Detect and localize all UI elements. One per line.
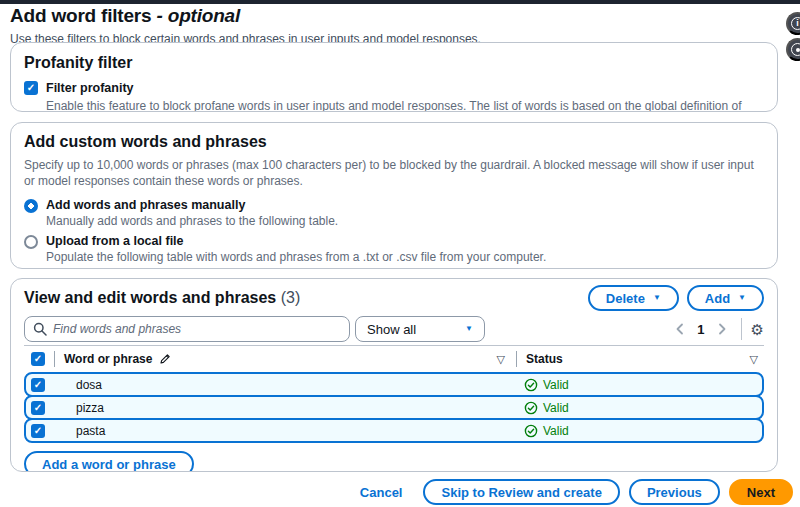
table-row-count: (3) <box>281 289 301 306</box>
option-add-manually[interactable]: Add words and phrases manually Manually … <box>24 198 764 228</box>
panel-toggle-icon <box>791 43 800 56</box>
table-card-title: View and edit words and phrases (3) <box>24 289 300 307</box>
page-title: Add word filters - optional <box>10 5 770 27</box>
pager-divider <box>741 318 742 340</box>
table-row[interactable]: ✓ pasta Valid <box>24 418 764 443</box>
wizard-actions: Cancel Skip to Review and create Previou… <box>360 479 793 505</box>
valid-check-circle-icon <box>524 424 538 438</box>
edit-pencil-icon <box>159 353 171 365</box>
option-upload-local[interactable]: Upload from a local file Populate the fo… <box>24 234 764 264</box>
caret-down-icon: ▼ <box>465 325 473 333</box>
table-header-row: ✓ Word or phrase ▽ Status ▽ <box>24 345 764 372</box>
status-column-filter-icon[interactable]: ▽ <box>750 354 758 365</box>
add-word-or-phrase-button[interactable]: Add a word or phrase <box>24 451 194 472</box>
delete-button[interactable]: Delete▼ <box>588 285 679 311</box>
next-page-button[interactable] <box>712 322 732 336</box>
column-divider <box>54 351 55 367</box>
current-page-number[interactable]: 1 <box>697 322 704 337</box>
word-column-header[interactable]: Word or phrase <box>64 352 152 366</box>
custom-words-card: Add custom words and phrases Specify up … <box>10 122 778 269</box>
row-status-label: Valid <box>543 424 569 438</box>
search-icon <box>33 322 47 336</box>
browser-top-strip <box>0 0 800 4</box>
page-header: Add word filters - optional Use these fi… <box>10 5 770 46</box>
table-row[interactable]: ✓ pizza Valid <box>24 395 764 420</box>
next-button[interactable]: Next <box>729 479 793 505</box>
add-button[interactable]: Add▼ <box>687 285 764 311</box>
row-status-label: Valid <box>543 401 569 415</box>
info-icon: i <box>791 17 800 30</box>
row-word: pasta <box>45 424 524 438</box>
chevron-right-icon <box>716 322 728 336</box>
search-input[interactable] <box>24 316 350 342</box>
profanity-filter-card: Profanity filter ✓ Filter profanity Enab… <box>10 42 778 112</box>
skip-to-review-button[interactable]: Skip to Review and create <box>423 479 619 505</box>
side-panel-button[interactable] <box>786 38 800 61</box>
radio-upload-local[interactable] <box>24 235 38 249</box>
row-status-label: Valid <box>543 378 569 392</box>
table-card-title-text: View and edit words and phrases <box>24 289 276 306</box>
add-word-or-phrase-label: Add a word or phrase <box>42 457 176 472</box>
filter-profanity-label[interactable]: Filter profanity <box>46 81 764 96</box>
column-divider <box>516 351 517 367</box>
status-filter-select[interactable]: Show all ▼ <box>355 316 485 342</box>
valid-check-circle-icon <box>524 401 538 415</box>
table-row[interactable]: ✓ dosa Valid <box>24 372 764 397</box>
custom-words-description: Specify up to 10,000 words or phrases (m… <box>24 157 764 189</box>
previous-button[interactable]: Previous <box>629 479 720 505</box>
row-checkbox[interactable]: ✓ <box>31 378 45 392</box>
row-word: dosa <box>45 378 524 392</box>
info-panel-button[interactable]: i <box>786 12 800 35</box>
caret-down-icon: ▼ <box>738 294 746 302</box>
filter-profanity-description: Enable this feature to block profane wor… <box>46 99 764 112</box>
radio-add-manually[interactable] <box>24 199 38 213</box>
cancel-button[interactable]: Cancel <box>360 485 403 500</box>
custom-words-title: Add custom words and phrases <box>24 133 764 151</box>
page-title-main: Add word filters <box>10 5 151 26</box>
status-filter-value: Show all <box>367 322 416 337</box>
row-checkbox[interactable]: ✓ <box>31 424 45 438</box>
filter-profanity-checkbox[interactable]: ✓ <box>24 81 38 95</box>
status-column-header[interactable]: Status <box>526 352 563 366</box>
chevron-left-icon <box>674 322 686 336</box>
option-upload-local-label[interactable]: Upload from a local file <box>46 234 546 249</box>
option-add-manually-label[interactable]: Add words and phrases manually <box>46 198 338 213</box>
add-button-label: Add <box>705 291 730 306</box>
row-word: pizza <box>45 401 524 415</box>
caret-down-icon: ▼ <box>653 294 661 302</box>
page-title-optional: - optional <box>157 5 240 26</box>
profanity-card-title: Profanity filter <box>24 54 764 72</box>
select-all-checkbox[interactable]: ✓ <box>31 352 45 366</box>
table-settings-gear-icon[interactable]: ⚙ <box>751 322 764 337</box>
option-add-manually-description: Manually add words and phrases to the fo… <box>46 215 338 228</box>
previous-page-button[interactable] <box>670 322 690 336</box>
delete-button-label: Delete <box>606 291 645 306</box>
row-checkbox[interactable]: ✓ <box>31 401 45 415</box>
words-table-card: View and edit words and phrases (3) Dele… <box>10 278 778 472</box>
valid-check-circle-icon <box>524 378 538 392</box>
word-column-filter-icon[interactable]: ▽ <box>497 354 505 365</box>
option-upload-local-description: Populate the following table with words … <box>46 251 546 264</box>
